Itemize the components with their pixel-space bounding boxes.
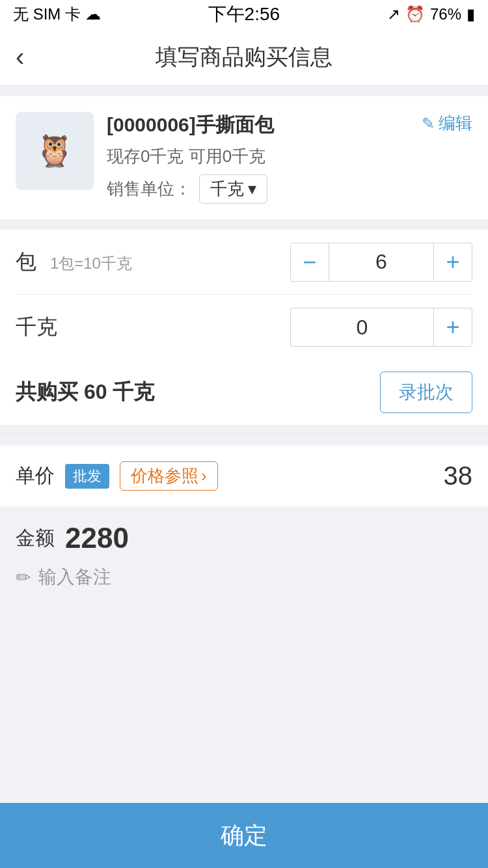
amount-section: 金额 2280 ✏ 输入备注 bbox=[0, 506, 488, 600]
status-bar: 无 SIM 卡 ☁ 下午2:56 ↗ ⏰ 76% ▮ bbox=[0, 0, 488, 29]
product-thumb-icon: 🦉 bbox=[35, 133, 74, 169]
mid-divider-1 bbox=[0, 219, 488, 230]
alarm-icon: ⏰ bbox=[405, 5, 425, 23]
amount-label: 金额 bbox=[16, 525, 55, 552]
location-icon: ↗ bbox=[387, 5, 400, 23]
battery-icon: ▮ bbox=[467, 5, 475, 23]
product-info: [0000006]手撕面包 现存0千克 可用0千克 销售单位： 千克 ▾ bbox=[107, 112, 472, 204]
product-thumbnail: 🦉 bbox=[16, 112, 94, 190]
qianke-input[interactable] bbox=[290, 308, 433, 347]
bao-label: 包 1包=10千克 bbox=[16, 248, 290, 277]
price-ref-arrow: › bbox=[201, 466, 207, 486]
batch-button[interactable]: 录批次 bbox=[380, 372, 472, 413]
edit-button[interactable]: ✎ 编辑 bbox=[422, 112, 472, 135]
product-card: 🦉 [0000006]手撕面包 现存0千克 可用0千克 销售单位： 千克 ▾ ✎… bbox=[0, 96, 488, 219]
bao-quantity-control: − + bbox=[290, 243, 472, 282]
price-ref-button[interactable]: 价格参照 › bbox=[120, 461, 218, 491]
top-divider bbox=[0, 86, 488, 96]
unit-value: 千克 bbox=[210, 178, 244, 200]
input-section: 包 1包=10千克 − + 千克 + bbox=[0, 230, 488, 360]
amount-value: 2280 bbox=[65, 522, 129, 554]
product-unit-row: 销售单位： 千克 ▾ bbox=[107, 174, 472, 204]
price-ref-label: 价格参照 bbox=[131, 465, 198, 487]
qianke-plus-button[interactable]: + bbox=[433, 308, 472, 347]
total-prefix: 共购买 bbox=[16, 380, 78, 403]
battery-level: 76% bbox=[430, 5, 461, 23]
nav-bar: ‹ 填写商品购买信息 bbox=[0, 29, 488, 86]
dropdown-icon: ▾ bbox=[248, 179, 256, 199]
qianke-quantity-control: + bbox=[290, 308, 472, 347]
total-label: 共购买 60 千克 bbox=[16, 378, 154, 407]
bottom-space bbox=[0, 600, 488, 795]
status-bar-time: 下午2:56 bbox=[208, 2, 280, 27]
product-name: [0000006]手撕面包 bbox=[107, 112, 472, 139]
remark-row[interactable]: ✏ 输入备注 bbox=[16, 565, 472, 590]
price-label: 单价 bbox=[16, 463, 55, 489]
status-bar-left: 无 SIM 卡 ☁ bbox=[13, 4, 101, 25]
unit-label: 销售单位： bbox=[107, 178, 191, 200]
edit-label: 编辑 bbox=[439, 112, 472, 135]
back-button[interactable]: ‹ bbox=[16, 42, 24, 72]
bao-minus-button[interactable]: − bbox=[290, 243, 329, 282]
total-unit: 千克 bbox=[113, 380, 154, 403]
edit-icon: ✎ bbox=[422, 115, 435, 133]
confirm-button[interactable]: 确定 bbox=[0, 803, 488, 868]
bao-hint: 1包=10千克 bbox=[50, 254, 132, 272]
remark-placeholder: 输入备注 bbox=[38, 565, 111, 590]
total-qty: 60 bbox=[84, 380, 113, 403]
qianke-input-row: 千克 + bbox=[16, 295, 472, 360]
unit-select[interactable]: 千克 ▾ bbox=[199, 174, 267, 204]
qianke-label: 千克 bbox=[16, 313, 290, 342]
price-row: 单价 批发 价格参照 › 38 bbox=[16, 461, 472, 491]
amount-row: 金额 2280 bbox=[16, 522, 472, 554]
mid-divider-2 bbox=[0, 425, 488, 435]
status-bar-right: ↗ ⏰ 76% ▮ bbox=[387, 5, 475, 23]
total-row: 共购买 60 千克 录批次 bbox=[0, 360, 488, 425]
price-value: 38 bbox=[444, 461, 473, 491]
price-section: 单价 批发 价格参照 › 38 bbox=[0, 446, 488, 506]
price-tag: 批发 bbox=[65, 464, 109, 489]
pencil-icon: ✏ bbox=[16, 567, 31, 588]
product-stock: 现存0千克 可用0千克 bbox=[107, 145, 472, 168]
sim-status: 无 SIM 卡 ☁ bbox=[13, 4, 101, 25]
bao-input-row: 包 1包=10千克 − + bbox=[16, 230, 472, 295]
bao-input[interactable] bbox=[329, 243, 433, 282]
page-title: 填写商品购买信息 bbox=[156, 42, 332, 72]
bao-plus-button[interactable]: + bbox=[433, 243, 472, 282]
